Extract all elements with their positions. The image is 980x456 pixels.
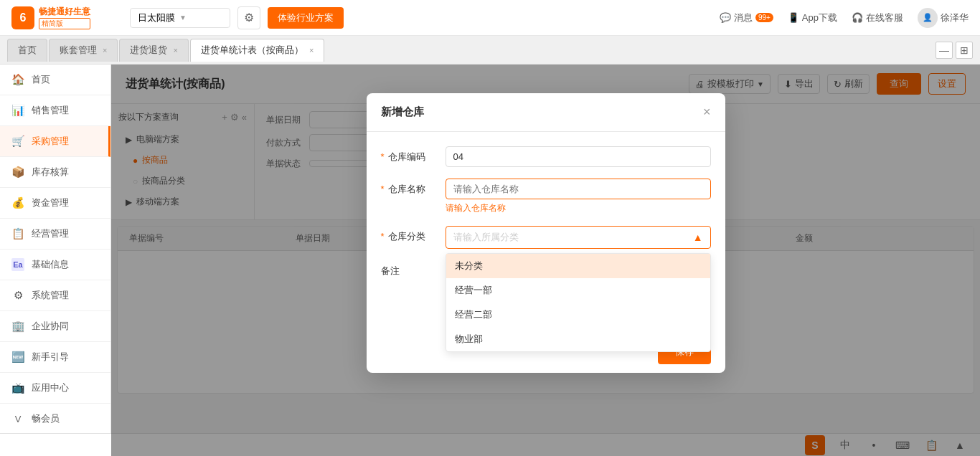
top-right-area: 💬 消息 99+ 📱 App下载 🎧 在线客服 👤 徐泽华 — [720, 8, 969, 28]
sidebar-item-home[interactable]: 🏠 首页 — [0, 65, 110, 95]
name-label: * 仓库名称 — [381, 179, 446, 196]
settings-icon[interactable]: ⚙ — [237, 6, 260, 29]
tab-bar: 首页 账套管理 × 进货退货 × 进货单统计表（按商品） × — ⊞ — [0, 36, 980, 65]
code-label: * 仓库编码 — [381, 146, 446, 163]
membership-icon: V — [11, 412, 24, 425]
form-row-code: * 仓库编码 — [381, 146, 711, 167]
home-icon: 🏠 — [11, 73, 24, 86]
main-layout: 🏠 首页 📊 销售管理 🛒 采购管理 📦 库存核算 💰 资金管理 📋 经营管理 … — [0, 65, 980, 456]
category-label: * 仓库分类 — [381, 226, 446, 243]
dropdown-arrow-icon: ▲ — [693, 232, 703, 243]
category-dropdown-list: 未分类 经营一部 经营二部 物业部 — [446, 253, 711, 352]
guide-icon: 🆕 — [11, 351, 24, 364]
system-icon: ⚙ — [11, 289, 24, 302]
dropdown-item-dept2[interactable]: 经营二部 — [446, 303, 710, 327]
code-control — [446, 146, 711, 167]
message-badge: 99+ — [755, 13, 773, 22]
headset-icon: 🎧 — [852, 12, 863, 23]
tab-purchase-stats[interactable]: 进货单统计表（按商品） × — [190, 39, 324, 62]
trial-button[interactable]: 体验行业方案 — [268, 7, 344, 29]
tab-account[interactable]: 账套管理 × — [49, 39, 118, 62]
message-button[interactable]: 💬 消息 99+ — [720, 11, 773, 24]
note-label: 备注 — [381, 260, 446, 277]
tab-grid-button[interactable]: ⊞ — [956, 42, 973, 59]
tab-purchase-return[interactable]: 进货退货 × — [119, 39, 188, 62]
inventory-icon: 📦 — [11, 166, 24, 179]
purchase-icon: 🛒 — [11, 135, 24, 148]
close-icon[interactable]: × — [173, 46, 177, 54]
ea-icon: Ea — [11, 258, 24, 271]
name-input[interactable] — [446, 179, 711, 199]
modal-overlay: 新增仓库 × * 仓库编码 — [111, 65, 980, 456]
user-profile[interactable]: 👤 徐泽华 — [918, 8, 969, 28]
sidebar-item-sales[interactable]: 📊 销售管理 — [0, 95, 110, 126]
sidebar-item-guide[interactable]: 🆕 新手引导 — [0, 342, 110, 373]
store-name: 日太阳膜 — [138, 11, 175, 24]
category-dropdown[interactable]: 请输入所属分类 ▲ — [446, 226, 711, 249]
modal-title: 新增仓库 — [381, 105, 424, 119]
dropdown-item-uncategorized[interactable]: 未分类 — [446, 254, 710, 278]
sidebar-item-operations[interactable]: 📋 经营管理 — [0, 219, 110, 250]
sidebar: 🏠 首页 📊 销售管理 🛒 采购管理 📦 库存核算 💰 资金管理 📋 经营管理 … — [0, 65, 111, 456]
store-selector[interactable]: 日太阳膜 ▼ — [130, 8, 230, 28]
modal-header: 新增仓库 × — [367, 93, 725, 132]
sidebar-item-basic-info[interactable]: Ea 基础信息 — [0, 250, 110, 280]
category-control: 请输入所属分类 ▲ 未分类 经营一部 经营二部 物业部 — [446, 226, 711, 249]
chevron-down-icon: ▼ — [179, 14, 187, 22]
modal-close-button[interactable]: × — [703, 105, 711, 120]
dropdown-item-dept1[interactable]: 经营一部 — [446, 278, 710, 303]
avatar: 👤 — [918, 8, 938, 28]
sidebar-item-enterprise[interactable]: 🏢 企业协同 — [0, 311, 110, 342]
form-row-name: * 仓库名称 请输入仓库名称 — [381, 179, 711, 214]
modal-new-warehouse: 新增仓库 × * 仓库编码 — [367, 93, 725, 373]
code-input[interactable] — [446, 146, 711, 167]
phone-icon: 📱 — [788, 12, 799, 23]
sales-icon: 📊 — [11, 104, 24, 117]
logo-area: 6 畅捷通好生意 精简版 — [11, 6, 123, 29]
form-row-category: * 仓库分类 请输入所属分类 ▲ 未分类 经营一部 经营二部 — [381, 226, 711, 249]
sidebar-item-inventory[interactable]: 📦 库存核算 — [0, 157, 110, 188]
finance-icon: 💰 — [11, 196, 24, 209]
message-icon: 💬 — [720, 12, 731, 23]
tab-minimize-button[interactable]: — — [936, 42, 953, 59]
sidebar-item-system[interactable]: ⚙ 系统管理 — [0, 280, 110, 311]
logo-text: 畅捷通好生意 精简版 — [39, 6, 90, 29]
app-logo: 6 — [11, 6, 34, 29]
app-center-icon: 📺 — [11, 381, 24, 394]
close-icon[interactable]: × — [309, 46, 314, 54]
enterprise-icon: 🏢 — [11, 320, 24, 333]
sidebar-item-app-center[interactable]: 📺 应用中心 — [0, 373, 110, 404]
operations-icon: 📋 — [11, 227, 24, 240]
app-download-button[interactable]: 📱 App下载 — [788, 11, 837, 24]
sidebar-item-finance[interactable]: 💰 资金管理 — [0, 188, 110, 219]
online-service-button[interactable]: 🎧 在线客服 — [852, 11, 903, 24]
content-area: 进货单统计(按商品) 🖨 按模板打印 ▼ ⬇ 导出 ↻ 刷新 查询 设置 — [111, 65, 980, 456]
top-bar: 6 畅捷通好生意 精简版 日太阳膜 ▼ ⚙ 体验行业方案 💬 消息 99+ 📱 … — [0, 0, 980, 36]
modal-body: * 仓库编码 * 仓库名称 — [367, 132, 725, 331]
name-control: 请输入仓库名称 — [446, 179, 711, 214]
tab-home[interactable]: 首页 — [7, 39, 47, 62]
dropdown-item-dept3[interactable]: 物业部 — [446, 327, 710, 351]
close-icon[interactable]: × — [103, 46, 107, 54]
tab-right-buttons: — ⊞ — [936, 42, 973, 59]
sidebar-item-membership[interactable]: V 畅会员 — [0, 404, 110, 434]
name-error-message: 请输入仓库名称 — [446, 202, 711, 214]
sidebar-item-purchase[interactable]: 🛒 采购管理 — [0, 126, 110, 157]
